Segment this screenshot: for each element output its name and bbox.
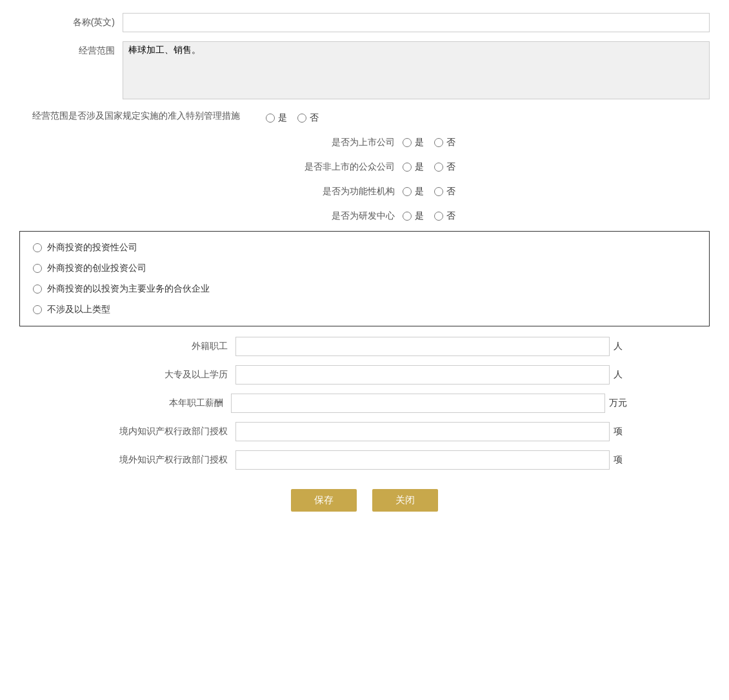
- name-en-label: 各称(英文): [19, 13, 123, 28]
- button-row: 保存 关闭: [19, 489, 710, 512]
- name-en-row: 各称(英文): [19, 13, 710, 32]
- domestic-ip-input[interactable]: [235, 422, 610, 441]
- annual-salary-unit: 万元: [605, 394, 627, 409]
- annual-salary-input[interactable]: [231, 394, 605, 413]
- domestic-ip-label: 境内知识产权行政部门授权: [106, 422, 235, 437]
- foreign-employee-unit: 人: [610, 337, 623, 352]
- business-scope-label: 经营范围: [19, 41, 123, 57]
- special-management-radio-group: 是 否: [266, 108, 319, 124]
- special-management-no[interactable]: 否: [297, 112, 319, 124]
- listed-company-row: 是否为上市公司 是 否: [19, 133, 710, 148]
- non-listed-no[interactable]: 否: [434, 161, 455, 173]
- college-education-input[interactable]: [235, 365, 610, 385]
- foreign-employee-row: 外籍职工 人: [19, 337, 710, 356]
- non-listed-radio-group: 是 否: [403, 157, 455, 173]
- special-management-label: 经营范围是否涉及国家规定实施的准入特别管理措施: [32, 110, 240, 122]
- foreign-ip-label: 境外知识产权行政部门授权: [106, 450, 235, 466]
- listed-company-radio-group: 是 否: [403, 133, 455, 148]
- close-button[interactable]: 关闭: [372, 489, 438, 512]
- functional-row: 是否为功能性机构 是 否: [19, 182, 710, 197]
- listed-yes[interactable]: 是: [403, 137, 424, 148]
- rd-center-no[interactable]: 否: [434, 210, 455, 222]
- special-management-yes[interactable]: 是: [266, 112, 287, 124]
- annual-salary-label: 本年职工薪酬: [102, 394, 231, 409]
- functional-yes[interactable]: 是: [403, 186, 424, 197]
- domestic-ip-unit: 项: [610, 422, 623, 437]
- listed-company-label: 是否为上市公司: [274, 133, 403, 148]
- investment-type-4[interactable]: 不涉及以上类型: [33, 304, 696, 315]
- domestic-ip-row: 境内知识产权行政部门授权 项: [19, 422, 710, 441]
- non-listed-label: 是否非上市的公众公司: [274, 157, 403, 173]
- foreign-ip-row: 境外知识产权行政部门授权 项: [19, 450, 710, 470]
- rd-center-yes[interactable]: 是: [403, 210, 424, 222]
- foreign-employee-label: 外籍职工: [106, 337, 235, 352]
- rd-center-radio-group: 是 否: [403, 206, 455, 222]
- annual-salary-row: 本年职工薪酬 万元: [19, 394, 710, 413]
- college-education-unit: 人: [610, 365, 623, 381]
- foreign-ip-unit: 项: [610, 450, 623, 466]
- investment-type-box: 外商投资的投资性公司 外商投资的创业投资公司 外商投资的以投资为主要业务的合伙企…: [19, 231, 710, 326]
- rd-center-label: 是否为研发中心: [274, 206, 403, 222]
- business-scope-row: 经营范围 棒球加工、销售。: [19, 41, 710, 99]
- rd-center-row: 是否为研发中心 是 否: [19, 206, 710, 222]
- special-management-row: 经营范围是否涉及国家规定实施的准入特别管理措施 是 否: [19, 108, 710, 124]
- non-listed-yes[interactable]: 是: [403, 161, 424, 173]
- business-scope-textarea[interactable]: 棒球加工、销售。: [123, 41, 710, 99]
- non-listed-row: 是否非上市的公众公司 是 否: [19, 157, 710, 173]
- college-education-row: 大专及以上学历 人: [19, 365, 710, 385]
- college-education-label: 大专及以上学历: [106, 365, 235, 381]
- functional-radio-group: 是 否: [403, 182, 455, 197]
- investment-type-3[interactable]: 外商投资的以投资为主要业务的合伙企业: [33, 283, 696, 295]
- foreign-employee-input[interactable]: [235, 337, 610, 356]
- listed-no[interactable]: 否: [434, 137, 455, 148]
- functional-label: 是否为功能性机构: [274, 182, 403, 197]
- foreign-ip-input[interactable]: [235, 450, 610, 470]
- functional-no[interactable]: 否: [434, 186, 455, 197]
- investment-type-2[interactable]: 外商投资的创业投资公司: [33, 263, 696, 274]
- investment-type-1[interactable]: 外商投资的投资性公司: [33, 242, 696, 254]
- save-button[interactable]: 保存: [291, 489, 357, 512]
- name-en-input[interactable]: [123, 13, 710, 32]
